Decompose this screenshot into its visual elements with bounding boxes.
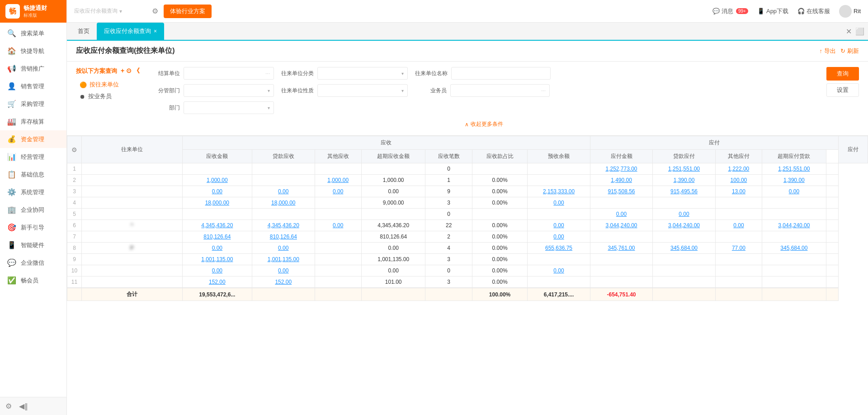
link-value[interactable]: 4,345,436.20 — [201, 222, 233, 229]
link-value[interactable]: 345,761.00 — [608, 245, 635, 251]
partner-name-input[interactable] — [451, 67, 551, 80]
cell[interactable]: 0.00 — [315, 220, 361, 231]
link-value[interactable]: 77.00 — [732, 245, 745, 251]
cell[interactable]: 1,390.00 — [653, 175, 715, 186]
message-item[interactable]: 💬 消息 99+ — [712, 7, 748, 15]
link-value[interactable]: 0.00 — [616, 211, 627, 217]
salesman-input[interactable]: ··· — [450, 84, 550, 97]
sidebar-item-quick-nav[interactable]: 🏠 快捷导航 — [0, 42, 66, 60]
cell[interactable]: 1,001,135.00 — [182, 254, 252, 265]
cell[interactable]: 152.00 — [252, 277, 315, 288]
scheme-collapse-icon[interactable]: 《 — [133, 67, 140, 75]
link-value[interactable]: 1,390.00 — [674, 177, 695, 183]
cell[interactable]: 0.00 — [252, 243, 315, 254]
cell[interactable]: 345,684.00 — [762, 243, 826, 254]
link-value[interactable]: 1,251,551.00 — [668, 166, 700, 172]
link-value[interactable]: 1,000.00 — [207, 177, 228, 183]
link-value[interactable]: 0.00 — [278, 188, 288, 195]
link-value[interactable]: 1,001,135.00 — [201, 256, 233, 262]
link-value[interactable]: 0.00 — [278, 267, 288, 274]
link-value[interactable]: 3,044,240.00 — [605, 222, 637, 229]
cell[interactable]: 18,000.00 — [182, 197, 252, 209]
cell[interactable]: 0.00 — [528, 231, 590, 243]
sidebar-item-member[interactable]: ✅ 畅会员 — [0, 272, 66, 289]
header-settings-icon[interactable]: ⚙ — [152, 7, 158, 15]
refresh-button[interactable]: ↻ 刷新 — [840, 47, 859, 55]
cell[interactable]: 915,495.56 — [653, 186, 715, 197]
link-value[interactable]: 3,044,240.00 — [778, 222, 810, 229]
dept-input[interactable]: ▾ — [184, 101, 274, 114]
cell[interactable]: 0.00 — [315, 186, 361, 197]
link-value[interactable]: 0.00 — [553, 200, 564, 206]
app-download-item[interactable]: 📱 App下载 — [757, 7, 788, 15]
partner-category-input[interactable]: ▾ — [317, 67, 408, 80]
cell[interactable]: 915,508.56 — [590, 186, 652, 197]
sidebar-item-marketing[interactable]: 📢 营销推广 — [0, 60, 66, 77]
cell[interactable]: 1,251,551.00 — [653, 163, 715, 175]
link-value[interactable]: 1,000.00 — [327, 177, 349, 183]
cell[interactable]: 1,390.00 — [762, 175, 826, 186]
link-value[interactable]: 0.00 — [212, 245, 222, 251]
link-value[interactable]: 1,251,551.00 — [778, 166, 810, 172]
collapse-bottom-icon[interactable]: ◀‖ — [19, 402, 28, 410]
sidebar-item-inventory[interactable]: 🏭 库存核算 — [0, 113, 66, 130]
cell[interactable]: 655,636.75 — [528, 243, 590, 254]
scheme-by-partner[interactable]: 🟠 按往来单位 — [76, 79, 148, 91]
link-value[interactable]: 0.00 — [553, 222, 564, 229]
link-value[interactable]: 0.00 — [553, 234, 564, 240]
cell[interactable]: 1,000.00 — [315, 175, 361, 186]
link-value[interactable]: 1,490.00 — [611, 177, 632, 183]
sidebar-item-sales[interactable]: 👤 销售管理 — [0, 77, 66, 95]
cell[interactable]: 100.00 — [715, 175, 762, 186]
link-value[interactable]: 152.00 — [275, 279, 292, 285]
tab-close-icon[interactable]: × — [154, 28, 157, 34]
cell[interactable]: 13.00 — [715, 186, 762, 197]
sidebar-item-operation[interactable]: 📊 经营管理 — [0, 148, 66, 166]
tab-receivables[interactable]: 应收应付余额查询 × — [97, 23, 164, 40]
scheme-settings-icon[interactable]: ⊙ — [126, 67, 132, 75]
link-value[interactable]: 0.00 — [679, 211, 689, 217]
link-value[interactable]: 100.00 — [731, 177, 747, 183]
sidebar-item-enterprise[interactable]: 🏢 企业协同 — [0, 201, 66, 219]
sidebar-item-hardware[interactable]: 📱 智能硬件 — [0, 236, 66, 254]
link-value[interactable]: 0.00 — [553, 267, 564, 274]
link-value[interactable]: 0.00 — [278, 245, 288, 251]
filter-settings-button[interactable]: 设置 — [826, 83, 859, 97]
cell[interactable]: 152.00 — [182, 277, 252, 288]
cell[interactable]: 1,252,773.00 — [590, 163, 652, 175]
cell[interactable]: 0.00 — [182, 186, 252, 197]
sidebar-item-finance[interactable]: 💰 资金管理 — [0, 130, 66, 148]
cell[interactable]: 345,684.00 — [653, 243, 715, 254]
cell[interactable]: 0.00 — [182, 265, 252, 277]
link-value[interactable]: 810,126.64 — [203, 234, 231, 240]
partner-nature-input[interactable]: ▾ — [317, 84, 408, 97]
settings-bottom-icon[interactable]: ⚙ — [5, 402, 12, 410]
cell[interactable]: 810,126.64 — [252, 231, 315, 243]
link-value[interactable]: 0.00 — [733, 222, 744, 229]
cell[interactable]: 0.00 — [528, 220, 590, 231]
cell[interactable]: 810,126.64 — [182, 231, 252, 243]
link-value[interactable]: 810,126.64 — [270, 234, 297, 240]
cell[interactable]: 3,044,240.00 — [762, 220, 826, 231]
cell[interactable]: 3,044,240.00 — [653, 220, 715, 231]
link-value[interactable]: 152.00 — [209, 279, 226, 285]
link-value[interactable]: 1,222.00 — [728, 166, 750, 172]
settlement-input[interactable]: ··· — [184, 67, 274, 80]
cell[interactable]: 0.00 — [252, 265, 315, 277]
link-value[interactable]: 18,000.00 — [205, 200, 229, 206]
table-settings-icon[interactable]: ⚙ — [71, 146, 77, 153]
scheme-by-salesman[interactable]: ⏺ 按业务员 — [76, 91, 148, 102]
link-value[interactable]: 915,495.56 — [670, 188, 698, 195]
filter-collapse[interactable]: ∧ 收起更多条件 — [148, 119, 819, 130]
cell[interactable]: 0.00 — [653, 209, 715, 220]
table-settings-header[interactable]: ⚙ — [67, 136, 82, 163]
sidebar-item-guide[interactable]: 🎯 新手引导 — [0, 219, 66, 236]
cell[interactable]: 0.00 — [528, 265, 590, 277]
online-service-item[interactable]: 🎧 在线客服 — [797, 7, 830, 15]
link-value[interactable]: 4,345,436.20 — [268, 222, 299, 229]
tab-close-window-icon[interactable]: ✕ — [846, 27, 852, 36]
link-value[interactable]: 0.00 — [333, 188, 343, 195]
cell[interactable]: 1,000.00 — [182, 175, 252, 186]
cell[interactable]: 1,490.00 — [590, 175, 652, 186]
cell[interactable]: 0.00 — [182, 243, 252, 254]
